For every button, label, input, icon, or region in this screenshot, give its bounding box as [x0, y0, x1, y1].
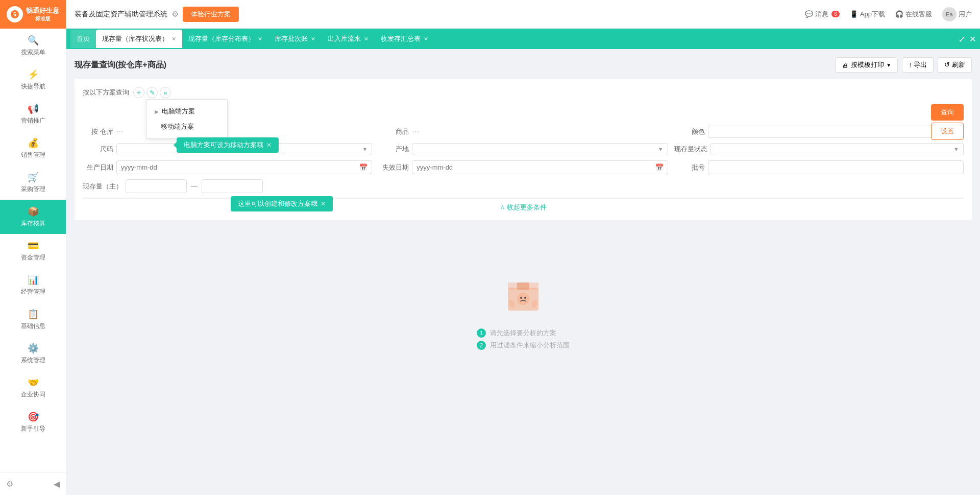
cart-icon: 🛒	[28, 172, 39, 183]
print-icon: 🖨	[842, 61, 849, 69]
tab-close-stock-status[interactable]: ✕	[172, 36, 176, 42]
tab-close-inout[interactable]: ✕	[364, 36, 369, 42]
stock-status-label: 现存量状态	[674, 145, 707, 154]
box-icon: 📦	[28, 206, 39, 217]
topbar-app-download[interactable]: 📱 App下载	[850, 10, 885, 19]
tab-close-stock-dist[interactable]: ✕	[258, 36, 262, 42]
scheme-item-mobile[interactable]: 移动端方案	[146, 119, 227, 134]
step-1-num: 1	[477, 328, 486, 338]
logo-text-sub: 标准版	[26, 15, 59, 22]
export-btn[interactable]: ↑ 导出	[902, 57, 934, 73]
tab-close-all-icon[interactable]: ✕	[969, 34, 976, 44]
filter-field-origin: 产地 ▼	[378, 143, 668, 155]
tab-home[interactable]: 首页	[70, 30, 96, 48]
tab-close-batch[interactable]: ✕	[311, 36, 315, 42]
page-title: 现存量查询(按仓库+商品)	[75, 60, 166, 70]
filter-edit-btn[interactable]: ✎	[146, 87, 158, 98]
topbar-right: 💬 消息 6 📱 App下载 🎧 在线客服 Ea 用户	[805, 7, 972, 21]
topbar-gear-icon[interactable]: ⚙	[172, 9, 179, 19]
sidebar-item-guide[interactable]: 🎯 新手引导	[0, 405, 66, 439]
expire-date-label: 失效日期	[378, 163, 409, 172]
collapse-bar[interactable]: ∧ 收起更多条件	[83, 198, 964, 212]
print-btn[interactable]: 🖨 按模板打印 ▼	[836, 57, 898, 73]
tooltip-pc-close[interactable]: ✕	[266, 142, 272, 149]
tab-stock-dist[interactable]: 现存量（库存分布表） ✕	[182, 30, 268, 48]
svg-rect-4	[517, 282, 529, 290]
sidebar-item-system[interactable]: ⚙️ 系统管理	[0, 337, 66, 371]
target-icon: 🎯	[28, 411, 39, 422]
filter-row-3: 生产日期 📅 失效日期 📅 批号	[83, 160, 964, 174]
avatar: Ea	[942, 7, 957, 21]
filter-prev-btn[interactable]: «	[160, 87, 171, 98]
export-icon: ↑	[909, 61, 912, 68]
sidebar-item-enterprise[interactable]: 🤝 企业协同	[0, 371, 66, 405]
refresh-btn[interactable]: ↺ 刷新	[938, 57, 972, 73]
sidebar-item-finance[interactable]: 💳 资金管理	[0, 234, 66, 268]
expire-date-input[interactable]	[416, 163, 655, 171]
stock-max-input[interactable]	[202, 179, 263, 193]
page-actions: 🖨 按模板打印 ▼ ↑ 导出 ↺ 刷新	[836, 57, 972, 73]
svg-text:6: 6	[13, 12, 16, 17]
empty-illustration	[498, 267, 549, 318]
sidebar-collapse-btn[interactable]: ◀	[54, 479, 60, 489]
page-header: 现存量查询(按仓库+商品) 🖨 按模板打印 ▼ ↑ 导出 ↺ 刷新	[75, 57, 972, 73]
tab-close-summary[interactable]: ✕	[424, 36, 428, 42]
sidebar-item-base-info[interactable]: 📋 基础信息	[0, 302, 66, 337]
reset-btn[interactable]: 设置	[931, 123, 964, 140]
stock-status-select[interactable]: ▼	[710, 143, 964, 155]
empty-step-1: 1 请先选择要分析的方案	[477, 328, 570, 338]
scheme-item-pc[interactable]: ▶ 电脑端方案	[146, 104, 227, 119]
svg-point-7	[524, 297, 526, 299]
tab-inout[interactable]: 出入库流水 ✕	[322, 30, 375, 48]
empty-steps: 1 请先选择要分析的方案 2 用过滤条件来缩小分析范围	[477, 328, 570, 353]
card-icon: 💳	[28, 240, 39, 251]
expire-date-calendar-icon[interactable]: 📅	[655, 163, 664, 171]
tab-summary[interactable]: 收发存汇总表 ✕	[375, 30, 434, 48]
tab-stock-status[interactable]: 现存量（库存状况表） ✕	[96, 30, 182, 48]
collapse-icon: ∧	[500, 203, 505, 211]
arrow-icon: ▶	[155, 109, 159, 114]
tab-batch[interactable]: 库存批次账 ✕	[268, 30, 322, 48]
prod-date-input[interactable]	[121, 163, 359, 171]
industry-btn[interactable]: 体验行业方案	[183, 7, 239, 22]
filter-field-stock-status: 现存量状态 ▼	[674, 143, 964, 155]
tab-fullscreen-icon[interactable]: ⤢	[959, 34, 965, 44]
warehouse-dots[interactable]: ···	[116, 127, 123, 136]
topbar-online-support[interactable]: 🎧 在线客服	[895, 10, 932, 19]
sidebar-item-marketing[interactable]: 📢 营销推广	[0, 97, 66, 131]
sidebar-item-sales[interactable]: 💰 销售管理	[0, 131, 66, 166]
filter-label: 按以下方案查询	[83, 88, 129, 97]
sidebar-item-search[interactable]: 🔍 搜索菜单	[0, 29, 66, 63]
goods-dots[interactable]: ···	[412, 127, 419, 136]
sidebar-settings-btn[interactable]: ⚙	[6, 479, 13, 489]
prod-date-calendar-icon[interactable]: 📅	[359, 163, 368, 171]
svg-point-5	[517, 293, 529, 305]
expire-date-wrap: 📅	[412, 160, 668, 174]
megaphone-icon: 📢	[28, 103, 39, 114]
color-select[interactable]: ▼	[708, 126, 964, 138]
color-label: 颜色	[674, 127, 705, 136]
filter-icons: + ✎ «	[133, 87, 171, 98]
sidebar-item-stock[interactable]: 📦 库存核算	[0, 200, 66, 234]
sidebar-item-management[interactable]: 📊 经营管理	[0, 268, 66, 302]
goods-label: 商品	[378, 127, 409, 136]
topbar-messages[interactable]: 💬 消息 6	[805, 10, 840, 19]
empty-state: 1 请先选择要分析的方案 2 用过滤条件来缩小分析范围	[75, 226, 972, 394]
topbar-user[interactable]: Ea 用户	[942, 7, 972, 21]
filter-add-btn[interactable]: +	[133, 87, 144, 98]
logo-text-big: 畅通好生意	[26, 6, 59, 15]
stock-dash: —	[191, 182, 198, 190]
tooltip-edit-close[interactable]: ✕	[321, 200, 326, 207]
sidebar-item-nav[interactable]: ⚡ 快捷导航	[0, 63, 66, 97]
filter-field-prod-date: 生产日期 📅	[83, 160, 372, 174]
stock-range: —	[126, 179, 263, 193]
search-btn[interactable]: 查询	[931, 104, 964, 121]
stock-min-input[interactable]	[126, 179, 187, 193]
message-badge: 6	[831, 11, 840, 17]
sidebar-item-purchase[interactable]: 🛒 采购管理	[0, 166, 66, 200]
topbar: 装备及固定资产辅助管理系统 ⚙ 体验行业方案 💬 消息 6 📱 App下载 🎧 …	[66, 0, 980, 29]
batch-label: 批号	[674, 163, 705, 172]
batch-input[interactable]	[708, 160, 964, 174]
origin-select[interactable]: ▼	[412, 143, 668, 155]
step-2-num: 2	[477, 341, 486, 350]
